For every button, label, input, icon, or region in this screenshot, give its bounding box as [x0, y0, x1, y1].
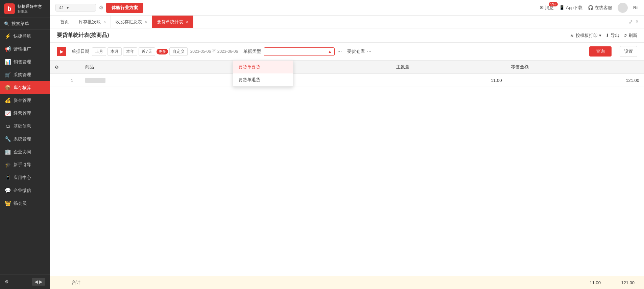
- filter-settings-button[interactable]: 设置: [620, 46, 637, 57]
- date-filter-label: 单据日期: [72, 48, 89, 54]
- warehouse-filter-label: 要货仓库: [347, 48, 365, 54]
- footer-values: 11.00 121.00: [572, 280, 639, 285]
- page-actions: 🖨 按模板打印 ▾ ⬇ 导出 ↺ 刷新: [570, 32, 637, 39]
- print-button[interactable]: 🖨 按模板打印 ▾: [570, 32, 601, 39]
- topbar: 41 ▾ ⚙ 体验行业方案 ✉ 消息 99+ 📱 App下载 🎧 在线客服 Ri…: [50, 0, 644, 16]
- date-last7-button[interactable]: 近7天: [139, 47, 155, 56]
- user-avatar[interactable]: [618, 3, 628, 13]
- main-area: 41 ▾ ⚙ 体验行业方案 ✉ 消息 99+ 📱 App下载 🎧 在线客服 Ri…: [50, 0, 644, 289]
- member-icon: 👑: [5, 200, 11, 206]
- sidebar-item-inventory[interactable]: 📦 库存核算: [0, 81, 50, 94]
- message-icon: ✉: [540, 5, 544, 10]
- export-button[interactable]: ⬇ 导出: [605, 32, 619, 39]
- sidebar-item-operations[interactable]: 📈 经营管理: [0, 107, 50, 120]
- dropdown-item-1[interactable]: 要货单退货: [233, 73, 293, 86]
- date-this-month-button[interactable]: 本月: [108, 47, 122, 56]
- marketing-icon: 📢: [5, 46, 11, 52]
- row-settings-cell: [50, 74, 64, 87]
- sidebar-item-guide[interactable]: 🎓 新手引导: [0, 158, 50, 171]
- sidebar-item-system[interactable]: 🔧 系统管理: [0, 133, 50, 146]
- sidebar-collapse-button[interactable]: ◀ ▶: [32, 278, 45, 286]
- trial-button[interactable]: 体验行业方案: [106, 3, 143, 13]
- sidebar-item-member[interactable]: 👑 畅会员: [0, 197, 50, 210]
- date-buttons: 上月 本月 本年 近7天 更多 自定义: [92, 47, 188, 56]
- date-this-year-button[interactable]: 本年: [123, 47, 137, 56]
- row-index-cell: 1: [64, 74, 80, 87]
- sidebar-item-marketing[interactable]: 📢 营销推广: [0, 43, 50, 55]
- type-dropdown: 要货单要货 要货单退货: [233, 60, 293, 87]
- basic-icon: 🗂: [5, 123, 11, 129]
- type-filter-group: 单据类型 ▲ ···: [243, 47, 342, 56]
- footer-label: 合计: [55, 280, 80, 286]
- tab-close-inventory-batch[interactable]: ×: [103, 20, 106, 24]
- column-settings-icon[interactable]: ⚙: [55, 65, 59, 70]
- tab-order-stats[interactable]: 要货单统计表 ×: [152, 16, 193, 28]
- row-amount-cell: 121.00: [506, 74, 644, 87]
- print-icon: 🖨: [570, 33, 574, 38]
- operations-icon: 📈: [5, 110, 11, 116]
- app-download-button[interactable]: 📱 App下载: [559, 5, 582, 11]
- sidebar: b 畅捷通好生意 标准版 🔍 搜索菜单 ⚡ 快捷导航 📢 营销推广 📊 销售管理…: [0, 0, 50, 289]
- purchase-icon: 🛒: [5, 72, 11, 78]
- user-name-text: Rit: [633, 5, 639, 10]
- finance-icon: 💰: [5, 97, 11, 104]
- date-more-badge[interactable]: 更多: [157, 49, 168, 54]
- sidebar-nav: ⚡ 快捷导航 📢 营销推广 📊 销售管理 🛒 采购管理 📦 库存核算 💰 资金管…: [0, 30, 50, 274]
- tabs-bar: 首页 库存批次账 × 收发存汇总表 × 要货单统计表 × ⤢ ×: [50, 16, 644, 28]
- sidebar-item-wechat[interactable]: 💬 企业微信: [0, 184, 50, 197]
- sidebar-item-finance[interactable]: 💰 资金管理: [0, 94, 50, 107]
- print-chevron-icon: ▾: [599, 33, 601, 38]
- inventory-icon: 📦: [5, 85, 11, 91]
- branch-selector[interactable]: 41 ▾: [55, 4, 96, 12]
- sidebar-item-purchase[interactable]: 🛒 采购管理: [0, 68, 50, 81]
- sidebar-item-app-center[interactable]: 📱 应用中心: [0, 171, 50, 184]
- export-icon: ⬇: [605, 33, 609, 38]
- col-index: [64, 61, 80, 74]
- online-service-button[interactable]: 🎧 在线客服: [588, 5, 612, 11]
- query-button[interactable]: 查询: [589, 46, 612, 57]
- product-name-blurred: ████ ██: [85, 78, 105, 83]
- footer-amount: 121.00: [605, 280, 639, 285]
- refresh-button[interactable]: ↺ 刷新: [623, 32, 637, 39]
- refresh-icon: ↺: [623, 33, 627, 38]
- date-custom-button[interactable]: 自定义: [169, 47, 188, 56]
- date-filter-group: 单据日期 上月 本月 本年 近7天 更多 自定义 2023-05-06 至 20…: [72, 47, 238, 56]
- date-last-month-button[interactable]: 上月: [92, 47, 106, 56]
- quick-nav-icon: ⚡: [5, 33, 11, 39]
- filter-expand-button[interactable]: ▶: [57, 47, 66, 56]
- topbar-settings-icon[interactable]: ⚙: [99, 4, 103, 11]
- page-header: 要货单统计表(按商品) 🖨 按模板打印 ▾ ⬇ 导出 ↺ 刷新: [50, 28, 644, 43]
- type-filter-input[interactable]: [264, 47, 335, 56]
- sidebar-item-sales[interactable]: 📊 销售管理: [0, 55, 50, 68]
- tab-inventory-batch[interactable]: 库存批次账 ×: [74, 16, 111, 28]
- data-table: ⚙ 商品 主计量单位 主数量 零售金额 1 ████ ██: [50, 61, 644, 87]
- settings-gear-icon[interactable]: ⚙: [5, 279, 9, 284]
- tab-home[interactable]: 首页: [55, 16, 74, 28]
- sidebar-item-enterprise[interactable]: 🏢 企业协同: [0, 146, 50, 158]
- tab-stock-summary[interactable]: 收发存汇总表 ×: [111, 16, 152, 28]
- tab-close-order-stats[interactable]: ×: [186, 20, 188, 24]
- sidebar-item-basic[interactable]: 🗂 基础信息: [0, 120, 50, 133]
- dropdown-item-0[interactable]: 要货单要货: [233, 61, 293, 73]
- tabs-actions: ⤢ ×: [628, 19, 639, 25]
- headset-icon: 🎧: [588, 5, 593, 10]
- date-range-text: 2023-05-06 至 2023-06-06: [190, 49, 238, 54]
- guide-icon: 🎓: [5, 162, 11, 168]
- messages-badge: 99+: [549, 2, 558, 6]
- tabs-maximize-icon[interactable]: ⤢: [628, 19, 633, 25]
- branch-chevron-icon: ▾: [67, 5, 69, 10]
- sidebar-search[interactable]: 🔍 搜索菜单: [0, 18, 50, 30]
- topbar-right: ✉ 消息 99+ 📱 App下载 🎧 在线客服 Rit: [540, 3, 639, 13]
- table-footer: 合计 11.00 121.00: [50, 276, 644, 289]
- page-content: 要货单统计表(按商品) 🖨 按模板打印 ▾ ⬇ 导出 ↺ 刷新 ▶: [50, 28, 644, 289]
- type-more-button[interactable]: ···: [337, 48, 342, 54]
- tabs-close-icon[interactable]: ×: [636, 19, 639, 25]
- app-logo-icon: b: [4, 3, 15, 14]
- sidebar-item-quick-nav[interactable]: ⚡ 快捷导航: [0, 30, 50, 43]
- topbar-left: 41 ▾ ⚙ 体验行业方案: [55, 3, 536, 13]
- type-filter-label: 单据类型: [243, 48, 261, 54]
- warehouse-more-button[interactable]: ···: [367, 48, 371, 54]
- messages-button[interactable]: ✉ 消息 99+: [540, 5, 554, 11]
- tab-close-stock-summary[interactable]: ×: [145, 20, 147, 24]
- app-name-text: 畅捷通好生意 标准版: [18, 4, 42, 14]
